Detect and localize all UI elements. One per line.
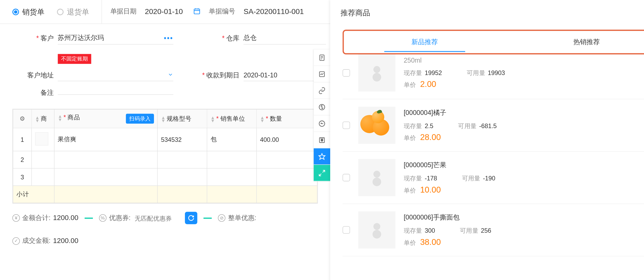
discount-label: 整单优惠:: [228, 214, 256, 222]
product-item[interactable]: [0000005]芒果现存量-178可用量-190单价 10.00: [343, 152, 644, 204]
coupon-input[interactable]: [133, 213, 183, 223]
svg-point-17: [373, 66, 380, 73]
address-label: 客户地址: [27, 72, 54, 79]
product-image: [358, 159, 395, 196]
discount-icon: ⊘: [218, 214, 225, 222]
panel-title: 推荐商品: [341, 8, 370, 18]
product-item[interactable]: [0000006]手撕面包现存量300可用量256单价 38.00: [343, 204, 644, 256]
sum-label: 金额合计:: [22, 214, 51, 222]
side-toolbar: ¥: [314, 49, 330, 181]
product-checkbox[interactable]: [343, 226, 350, 234]
header-row: 销货单 退货单 单据日期 2020-01-10 单据编号 SA-20200110…: [0, 0, 330, 24]
col-qty[interactable]: 数量: [270, 115, 282, 122]
stock-value: 2.5: [425, 122, 433, 129]
col-product[interactable]: 商品: [67, 114, 80, 121]
tab-return-order[interactable]: 退货单: [57, 7, 89, 17]
subtotal-row: 小计: [13, 186, 317, 203]
avail-value: 19903: [488, 69, 505, 76]
price-value: 38.00: [420, 237, 441, 246]
more-icon[interactable]: •••: [164, 34, 174, 42]
customer-label: 客户: [40, 34, 54, 41]
customer-value: 苏州万达沃尔玛: [58, 34, 104, 43]
svg-point-22: [373, 230, 381, 238]
items-table: ⚙ ▲▼商 ▲▼*商品扫码录入 ▲▼规格型号 ▲▼*销售单位 ▲▼*数量 1 果…: [12, 109, 318, 204]
chart-icon[interactable]: [314, 66, 330, 82]
cell-qty[interactable]: 400.00: [257, 128, 317, 151]
warehouse-value: 总仓: [243, 34, 257, 43]
svg-marker-14: [319, 153, 325, 159]
table-row[interactable]: 1 果倍爽 534532 包 400.00: [13, 128, 317, 151]
col-image[interactable]: 商: [41, 115, 47, 122]
tab-new[interactable]: 新品推荐: [344, 34, 506, 50]
table-row[interactable]: 3: [13, 168, 317, 186]
due-date-label: 收款到期日: [206, 72, 239, 79]
product-image: [358, 54, 395, 91]
due-date-value: 2020-01-10: [243, 72, 277, 79]
tab-return-label: 退货单: [67, 7, 89, 17]
price-value: 2.00: [420, 80, 436, 88]
tab-hot[interactable]: 热销推荐: [506, 34, 644, 50]
table-row[interactable]: 2: [13, 151, 317, 169]
stock-value: -178: [425, 175, 437, 182]
cell-unit[interactable]: 包: [207, 128, 256, 151]
product-checkbox[interactable]: [343, 174, 350, 181]
chevron-down-icon[interactable]: [167, 72, 173, 79]
expand-icon[interactable]: [314, 165, 330, 181]
dash-icon: [85, 217, 93, 219]
avail-label: 可用量: [460, 227, 478, 234]
sales-order-form: 销货单 退货单 单据日期 2020-01-10 单据编号 SA-20200110…: [0, 0, 330, 280]
product-name: [0000006]手撕面包: [404, 213, 644, 222]
doc-date-label: 单据日期: [110, 7, 137, 16]
undo-icon[interactable]: [314, 115, 330, 132]
price-value: 10.00: [420, 185, 441, 194]
cell-spec[interactable]: 534532: [157, 128, 207, 151]
calendar-icon[interactable]: [193, 7, 201, 16]
customer-field[interactable]: 苏州万达沃尔玛 •••: [58, 32, 173, 45]
svg-rect-0: [194, 9, 200, 14]
stock-value: 300: [425, 227, 435, 234]
svg-line-16: [319, 174, 321, 176]
coupon-icon: %: [99, 214, 106, 222]
product-checkbox[interactable]: [343, 69, 350, 77]
svg-point-20: [373, 178, 381, 186]
svg-point-21: [373, 223, 380, 230]
link-icon[interactable]: [314, 82, 330, 99]
avail-value: 256: [481, 227, 491, 234]
exchange-icon[interactable]: [314, 99, 330, 115]
tab-sales-label: 销货单: [22, 7, 44, 17]
address-field[interactable]: [58, 70, 173, 81]
col-unit[interactable]: 销售单位: [220, 115, 245, 122]
remark-field[interactable]: [58, 91, 173, 95]
dash-icon: [204, 217, 212, 219]
stock-value: 19952: [425, 69, 442, 76]
col-spec[interactable]: 规格型号: [167, 115, 192, 122]
tab-sales-order[interactable]: 销货单: [12, 7, 45, 17]
yen-icon: ¥: [12, 214, 20, 222]
svg-text:¥: ¥: [321, 138, 323, 142]
note-icon[interactable]: [314, 49, 330, 66]
doc-no-value: SA-20200110-001: [244, 7, 304, 16]
product-checkbox[interactable]: [343, 122, 350, 129]
account-period-badge: 不固定账期: [58, 54, 91, 64]
row-index: 3: [13, 168, 31, 186]
recommend-panel: 推荐商品 ✕ 新品推荐 热销推荐 滞销推荐 浏览历史 250ml现存量19952…: [330, 0, 644, 280]
product-item[interactable]: 250ml现存量19952可用量19903单价 2.00: [343, 54, 644, 99]
recommend-tabs: 新品推荐 热销推荐 滞销推荐 浏览历史: [343, 30, 644, 54]
gear-icon[interactable]: ⚙: [20, 115, 25, 122]
warehouse-field[interactable]: 总仓: [243, 32, 326, 45]
star-icon[interactable]: [314, 148, 330, 165]
product-list[interactable]: 250ml现存量19952可用量19903单价 2.00[0000004]橘子现…: [330, 54, 644, 280]
refresh-button[interactable]: [185, 212, 197, 224]
deal-label: 成交金额:: [22, 236, 51, 245]
svg-point-19: [373, 171, 380, 178]
currency-icon[interactable]: ¥: [314, 132, 330, 148]
doc-date-value[interactable]: 2020-01-10: [145, 7, 183, 16]
doc-no-label: 单据编号: [209, 7, 235, 16]
scan-input-button[interactable]: 扫码录入: [126, 114, 154, 124]
cell-product[interactable]: 果倍爽: [54, 128, 157, 151]
svg-line-15: [323, 170, 325, 172]
product-item[interactable]: [0000004]橘子现存量2.5可用量-681.5单价 28.00: [343, 99, 644, 152]
stock-label: 现存量: [404, 175, 422, 182]
avail-value: -681.5: [479, 122, 497, 129]
svg-point-18: [373, 73, 381, 82]
